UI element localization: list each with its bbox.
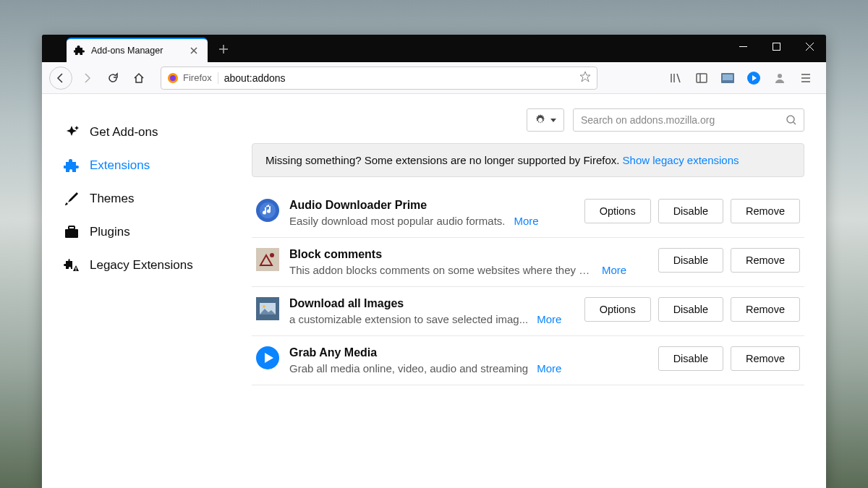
extension-name: Audio Downloader Prime bbox=[289, 199, 574, 212]
extension-actions: DisableRemove bbox=[658, 346, 800, 371]
extension-icon bbox=[256, 199, 279, 222]
new-tab-button[interactable] bbox=[213, 39, 234, 59]
nav-toolbar: Firefox about:addons bbox=[42, 62, 826, 94]
gear-icon bbox=[535, 114, 546, 126]
screenshot-icon[interactable] bbox=[718, 68, 738, 88]
sidebar-item-get-addons[interactable]: Get Add-ons bbox=[64, 116, 252, 149]
extension-actions: DisableRemove bbox=[658, 248, 800, 273]
browser-tab[interactable]: Add-ons Manager bbox=[67, 38, 208, 62]
main-header bbox=[252, 108, 804, 132]
legacy-banner: Missing something? Some extensions are n… bbox=[252, 143, 804, 177]
firefox-icon bbox=[167, 72, 179, 84]
remove-button[interactable]: Remove bbox=[731, 248, 800, 273]
extension-item: Audio Downloader Prime Easily download m… bbox=[252, 189, 804, 238]
reload-button[interactable] bbox=[101, 67, 124, 90]
search-icon bbox=[786, 115, 796, 125]
show-legacy-link[interactable]: Show legacy extensions bbox=[623, 154, 739, 166]
extension-name: Download all Images bbox=[289, 297, 574, 310]
extension-name: Grab Any Media bbox=[289, 346, 648, 359]
sidebar-item-plugins[interactable]: Plugins bbox=[64, 215, 252, 249]
library-icon[interactable] bbox=[665, 68, 686, 88]
extension-info: Download all Images a customizable exten… bbox=[289, 297, 574, 325]
extension-description: Grab all media online, video, audio and … bbox=[289, 362, 528, 374]
more-link[interactable]: More bbox=[514, 215, 539, 227]
extension-icon bbox=[256, 346, 279, 369]
titlebar: Add-ons Manager bbox=[42, 35, 826, 62]
maximize-button[interactable] bbox=[760, 35, 793, 58]
close-icon[interactable] bbox=[187, 44, 200, 57]
puzzle-icon bbox=[74, 45, 85, 56]
extension-info: Block comments This addon blocks comment… bbox=[289, 248, 648, 276]
addon-search-box[interactable] bbox=[573, 108, 804, 132]
briefcase-icon bbox=[64, 224, 80, 240]
options-button[interactable]: Options bbox=[584, 297, 651, 322]
sidebar-item-legacy[interactable]: Legacy Extensions bbox=[64, 249, 252, 282]
disable-button[interactable]: Disable bbox=[658, 346, 723, 371]
extension-actions: OptionsDisableRemove bbox=[584, 199, 800, 223]
svg-point-2 bbox=[170, 75, 176, 81]
more-link[interactable]: More bbox=[537, 362, 561, 374]
more-link[interactable]: More bbox=[602, 264, 626, 276]
svg-rect-9 bbox=[69, 226, 75, 229]
chevron-down-icon bbox=[550, 119, 556, 122]
sidebar-item-themes[interactable]: Themes bbox=[64, 182, 252, 215]
options-button[interactable]: Options bbox=[584, 199, 651, 223]
extension-icon bbox=[256, 297, 279, 320]
disable-button[interactable]: Disable bbox=[658, 248, 723, 273]
profile-icon[interactable] bbox=[770, 68, 790, 88]
identity-box[interactable]: Firefox bbox=[167, 72, 218, 84]
svg-rect-10 bbox=[75, 267, 76, 270]
back-button[interactable] bbox=[49, 67, 72, 90]
sparkle-icon bbox=[64, 124, 80, 140]
sidebar-icon[interactable] bbox=[692, 68, 712, 88]
addon-search-input[interactable] bbox=[581, 114, 786, 126]
media-icon[interactable] bbox=[744, 68, 764, 88]
svg-rect-15 bbox=[256, 248, 279, 271]
url-text: about:addons bbox=[224, 72, 579, 84]
content-area: Get Add-ons Extensions Themes Plugins Le… bbox=[42, 94, 826, 488]
addon-sidebar: Get Add-ons Extensions Themes Plugins Le… bbox=[42, 94, 252, 488]
extension-description: a customizable extension to save selecte… bbox=[289, 313, 528, 325]
forward-button[interactable] bbox=[75, 67, 98, 90]
toolbar-right bbox=[665, 68, 819, 88]
extension-info: Grab Any Media Grab all media online, vi… bbox=[289, 346, 648, 374]
remove-button[interactable]: Remove bbox=[731, 346, 800, 371]
puzzle-warning-icon bbox=[64, 257, 80, 273]
home-button[interactable] bbox=[127, 67, 150, 90]
svg-point-16 bbox=[270, 253, 274, 257]
brush-icon bbox=[64, 191, 80, 207]
extension-icon bbox=[256, 248, 279, 271]
bookmark-star-icon[interactable] bbox=[579, 71, 591, 85]
window-controls bbox=[726, 35, 826, 58]
remove-button[interactable]: Remove bbox=[731, 199, 800, 223]
menu-icon[interactable] bbox=[796, 68, 816, 88]
extension-description: This addon blocks comments on some websi… bbox=[289, 264, 593, 276]
close-window-button[interactable] bbox=[793, 35, 826, 58]
identity-label: Firefox bbox=[183, 72, 212, 83]
extension-item: Grab Any Media Grab all media online, vi… bbox=[252, 336, 804, 385]
extension-name: Block comments bbox=[289, 248, 648, 261]
extension-description: Easily download most popular audio forma… bbox=[289, 215, 506, 227]
disable-button[interactable]: Disable bbox=[658, 199, 723, 223]
url-bar[interactable]: Firefox about:addons bbox=[161, 67, 597, 90]
tools-menu-button[interactable] bbox=[527, 108, 564, 132]
extension-info: Audio Downloader Prime Easily download m… bbox=[289, 199, 574, 227]
extension-actions: OptionsDisableRemove bbox=[584, 297, 800, 322]
svg-rect-11 bbox=[75, 270, 76, 270]
svg-rect-0 bbox=[773, 43, 780, 50]
extension-item: Block comments This addon blocks comment… bbox=[252, 238, 804, 287]
minimize-button[interactable] bbox=[726, 35, 760, 58]
sidebar-label: Legacy Extensions bbox=[90, 258, 193, 273]
sidebar-item-extensions[interactable]: Extensions bbox=[64, 149, 252, 182]
tab-title: Add-ons Manager bbox=[91, 46, 187, 56]
svg-point-19 bbox=[263, 305, 265, 308]
svg-rect-8 bbox=[65, 229, 78, 238]
svg-rect-5 bbox=[723, 74, 733, 80]
browser-window: Add-ons Manager Firefox about:addons bbox=[42, 35, 826, 488]
more-link[interactable]: More bbox=[537, 313, 561, 325]
svg-point-12 bbox=[787, 116, 794, 123]
remove-button[interactable]: Remove bbox=[731, 297, 800, 322]
disable-button[interactable]: Disable bbox=[658, 297, 723, 322]
puzzle-icon bbox=[64, 158, 80, 174]
svg-rect-3 bbox=[697, 74, 707, 82]
